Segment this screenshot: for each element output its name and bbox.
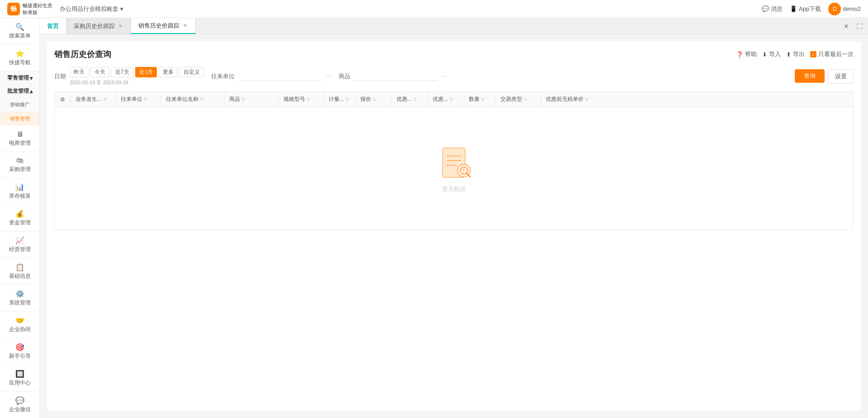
sidebar-item-ecommerce[interactable]: 🖥 电商管理	[0, 126, 39, 152]
th-business-date[interactable]: 业务发生... ⇅	[71, 92, 116, 107]
th-partner-name[interactable]: 往来单位名称 ⇅	[161, 92, 225, 107]
sort-icon: ⇅	[524, 97, 527, 102]
date-btn-more[interactable]: 更多	[159, 67, 178, 77]
logo-text: 畅捷通好生意 标准版	[23, 2, 52, 15]
inventory-icon: 📊	[15, 183, 24, 191]
query-button[interactable]: 查询	[795, 69, 825, 83]
chevron-down-icon: ▾	[30, 75, 33, 81]
sidebar-item-app-center[interactable]: 🔲 应用中心	[0, 365, 39, 392]
import-button[interactable]: ⬇ 导入	[762, 50, 781, 58]
msg-icon: 💬	[762, 5, 769, 12]
help-button[interactable]: ❓ 帮助	[736, 50, 757, 58]
sidebar-item-marketing[interactable]: 营销推广	[0, 98, 39, 112]
help-icon: ❓	[736, 51, 743, 58]
content-area: 首页 采购历史价跟踪 ✕ 销售历史价跟踪 ✕ ✕ ⛶ 销售历史价查询	[40, 18, 868, 418]
sidebar-item-inventory[interactable]: 📊 库存核算	[0, 178, 39, 205]
th-pretax[interactable]: 优惠前无税单价 ⇅	[541, 92, 853, 107]
search-icon: 🔍	[15, 23, 24, 31]
guide-icon: 🎯	[15, 343, 24, 352]
th-discount2[interactable]: 优惠... ⇅	[428, 92, 464, 107]
export-button[interactable]: ⬆ 导出	[786, 50, 805, 58]
sidebar-item-sales-mgmt[interactable]: 销售管理	[0, 112, 39, 126]
tab-purchase-history[interactable]: 采购历史价跟踪 ✕	[66, 18, 131, 34]
sidebar-item-wholesale[interactable]: 批发管理 ▴	[0, 85, 39, 98]
sort-icon: ⇅	[144, 97, 147, 102]
msg-button[interactable]: 💬 消息	[762, 5, 783, 13]
filter-right: 查询 设置	[795, 69, 854, 84]
date-btn-7days[interactable]: 近7天	[111, 67, 133, 77]
sort-icon: ⇅	[200, 97, 203, 102]
sidebar-item-basic-info[interactable]: 📋 基础信息	[0, 258, 39, 285]
chevron-up-icon: ▴	[30, 88, 33, 95]
th-product[interactable]: 商品 ⇅	[225, 92, 279, 107]
date-filter-group: 日期 昨天 今天 近7天 近1月 更多 自定义 2023-02-18 至 202…	[54, 67, 204, 86]
empty-state: ? 暂无数据	[55, 107, 853, 229]
last-only-checkbox[interactable]: ✓ 只看最后一次	[810, 50, 854, 58]
sidebar: 🔍 搜索菜单 ⭐ 快捷导航 零售管理 ▾ 批发管理 ▴ 营销推广 销售管理 🖥 …	[0, 18, 40, 418]
product-dots-icon[interactable]: ···	[441, 72, 447, 81]
top-bar: 畅 畅捷通好生意 标准版 办公用品行业模拟账套 ▾ 💬 消息 📱 App下载 D…	[0, 0, 868, 18]
sidebar-item-quick-nav[interactable]: ⭐ 快捷导航	[0, 45, 39, 71]
sidebar-item-operations[interactable]: 📈 经营管理	[0, 232, 39, 258]
partner-dots-icon[interactable]: ···	[325, 72, 331, 81]
product-label: 商品	[339, 72, 350, 81]
sidebar-item-guide[interactable]: 🎯 新手引导	[0, 338, 39, 365]
table-container: ⚙ 业务发生... ⇅ 往来单位 ⇅ 往来单位名称 ⇅	[54, 91, 854, 230]
th-trade-type[interactable]: 交易类型 ⇅	[496, 92, 541, 107]
partner-filter-group: 往来单位 ···	[211, 72, 331, 81]
top-bar-left: 畅 畅捷通好生意 标准版 办公用品行业模拟账套 ▾	[7, 2, 127, 15]
app-center-icon: 🔲	[15, 370, 24, 378]
th-unit[interactable]: 计量... ⇅	[324, 92, 356, 107]
tab-maximize-button[interactable]: ⛶	[854, 22, 864, 31]
date-btn-today[interactable]: 今天	[90, 67, 109, 77]
sidebar-item-search[interactable]: 🔍 搜索菜单	[0, 18, 39, 45]
sort-icon: ⇅	[373, 97, 376, 102]
star-icon: ⭐	[15, 49, 24, 58]
tab-home[interactable]: 首页	[40, 18, 66, 34]
user-menu[interactable]: D demo2	[828, 3, 861, 15]
th-qty[interactable]: 数量 ⇅	[464, 92, 496, 107]
gear-icon: ⚙	[60, 96, 65, 103]
filter-area: 日期 昨天 今天 近7天 近1月 更多 自定义 2023-02-18 至 202…	[54, 67, 854, 86]
sidebar-item-corp-wechat[interactable]: 💬 企业微信	[0, 392, 39, 418]
sort-icon: ⇅	[481, 97, 485, 102]
sidebar-item-retail[interactable]: 零售管理 ▾	[0, 71, 39, 85]
page-header-actions: ❓ 帮助 ⬇ 导入 ⬆ 导出 ✓ 只看最后一次	[736, 50, 854, 58]
sidebar-item-system[interactable]: ⚙️ 系统管理	[0, 285, 39, 312]
partner-label: 往来单位	[211, 72, 235, 81]
th-partner-id[interactable]: 往来单位 ⇅	[116, 92, 161, 107]
sidebar-item-corp-agreement[interactable]: 🤝 企业协同	[0, 312, 39, 338]
sidebar-item-finance[interactable]: 💰 资金管理	[0, 205, 39, 232]
tab-sales-history-close[interactable]: ✕	[182, 22, 188, 29]
sort-icon: ⇅	[241, 97, 245, 102]
th-spec[interactable]: 规格型号 ⇅	[279, 92, 324, 107]
date-label: 日期	[54, 72, 66, 81]
th-quote[interactable]: 报价 ⇅	[356, 92, 392, 107]
sort-icon: ⇅	[307, 97, 310, 102]
app-download-button[interactable]: 📱 App下载	[790, 5, 821, 13]
empty-illustration: ?	[436, 143, 472, 180]
top-bar-right: 💬 消息 📱 App下载 D demo2	[762, 3, 861, 15]
date-btn-1month[interactable]: 近1月	[135, 67, 157, 77]
ecommerce-icon: 🖥	[16, 130, 24, 138]
sort-icon: ⇅	[449, 97, 453, 102]
tab-sales-history[interactable]: 销售历史价跟踪 ✕	[131, 18, 196, 34]
product-input[interactable]	[354, 72, 437, 81]
purchase-icon: 🛍	[16, 157, 24, 165]
settings-button[interactable]: 设置	[828, 69, 854, 84]
th-discount1[interactable]: 优惠... ⇅	[392, 92, 428, 107]
page-title: 销售历史价查询	[54, 49, 111, 60]
date-btn-yesterday[interactable]: 昨天	[70, 67, 89, 77]
sidebar-item-purchase[interactable]: 🛍 采购管理	[0, 152, 39, 178]
operations-icon: 📈	[15, 236, 24, 245]
import-icon: ⬇	[762, 51, 767, 58]
logo-icon: 畅	[7, 3, 20, 15]
tab-purchase-history-close[interactable]: ✕	[118, 22, 123, 30]
partner-input[interactable]	[238, 72, 321, 81]
date-btn-custom[interactable]: 自定义	[179, 67, 204, 77]
app-selector[interactable]: 办公用品行业模拟账套 ▾	[56, 3, 127, 15]
corp-wechat-icon: 💬	[15, 396, 24, 405]
product-filter-group: 商品 ···	[339, 72, 447, 81]
th-gear[interactable]: ⚙	[55, 93, 71, 106]
tab-close-all-button[interactable]: ✕	[842, 22, 851, 31]
